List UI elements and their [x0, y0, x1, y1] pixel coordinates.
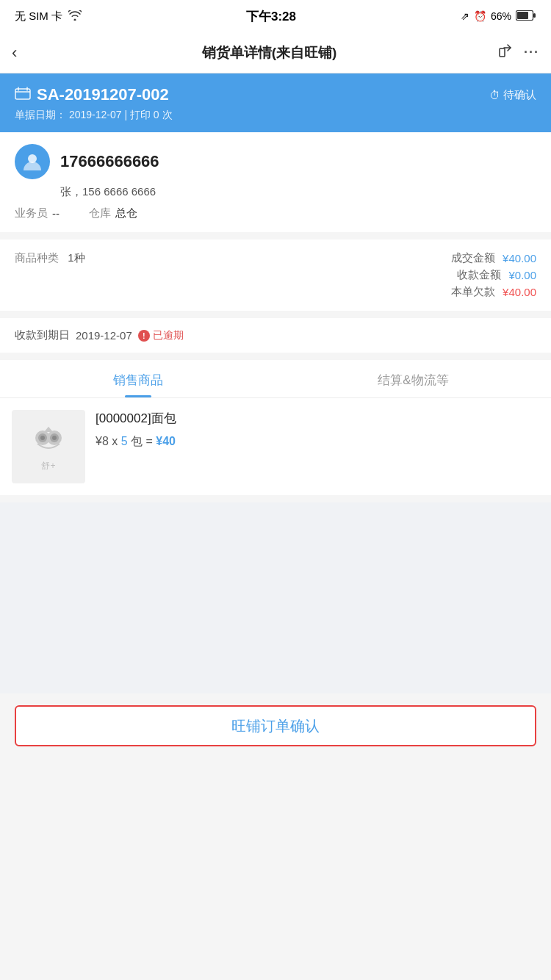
salesperson-label: 业务员 — [15, 206, 48, 220]
clock-icon: ⏱ — [489, 89, 500, 101]
customer-section: 17666666666 张，156 6666 6666 业务员 -- 仓库 总仓 — [0, 132, 551, 232]
status-bar: 无 SIM 卡 下午3:28 ⇗ ⏰ 66% — [0, 0, 551, 32]
owed-label: 本单欠款 — [451, 285, 495, 299]
summary-section: 商品种类 1种 成交金额 ¥40.00 收款金额 ¥0.00 本单欠款 ¥40.… — [0, 239, 551, 311]
customer-name: 张，156 6666 6666 — [15, 185, 536, 199]
svg-point-10 — [40, 436, 45, 440]
product-thumbnail: 舒+ — [12, 410, 85, 483]
svg-rect-4 — [15, 89, 30, 99]
salesperson-value: -- — [52, 207, 60, 220]
warehouse-label: 仓库 — [89, 206, 111, 220]
tab-settlement[interactable]: 结算&物流等 — [276, 360, 551, 397]
received-label: 收款金额 — [457, 268, 501, 282]
summary-right: 成交金额 ¥40.00 收款金额 ¥0.00 本单欠款 ¥40.00 — [451, 251, 536, 299]
avatar — [15, 144, 50, 179]
due-date-value: 2019-12-07 — [76, 329, 132, 342]
bottom-bar: 旺铺订单确认 — [0, 693, 551, 768]
svg-rect-2 — [533, 13, 536, 18]
due-date-label: 收款到期日 — [15, 328, 70, 342]
deal-amount-label: 成交金额 — [451, 251, 495, 265]
status-left: 无 SIM 卡 — [15, 10, 82, 24]
page-title: 销货单详情(来自旺铺) — [202, 43, 337, 62]
status-right: ⇗ ⏰ 66% — [461, 10, 536, 23]
tab-bar: 销售商品 结算&物流等 — [0, 360, 551, 398]
warehouse-info: 仓库 总仓 — [89, 206, 137, 220]
overdue-text: 已逾期 — [153, 329, 184, 342]
order-date: 单据日期： 2019-12-07 | 打印 0 次 — [15, 109, 536, 122]
battery-percent: 66% — [491, 10, 511, 22]
order-status: ⏱ 待确认 — [489, 88, 536, 102]
battery-icon — [516, 10, 536, 23]
svg-rect-1 — [517, 12, 528, 19]
owed-amount-row: 本单欠款 ¥40.00 — [451, 285, 536, 299]
customer-phone: 17666666666 — [60, 152, 159, 171]
deal-amount-row: 成交金额 ¥40.00 — [451, 251, 536, 265]
product-item: 舒+ [0000002]面包 ¥8 x 5 包 = ¥40 — [0, 398, 551, 495]
order-icon — [15, 85, 31, 104]
order-id: SA-20191207-002 — [15, 85, 169, 104]
deal-amount-value: ¥40.00 — [503, 252, 536, 264]
svg-rect-3 — [500, 48, 505, 57]
nav-bar: ‹ 销货单详情(来自旺铺) ··· — [0, 32, 551, 73]
overdue-badge: ! 已逾期 — [138, 329, 184, 342]
share-icon[interactable] — [497, 43, 514, 62]
product-details: [0000002]面包 ¥8 x 5 包 = ¥40 — [96, 410, 539, 450]
more-icon[interactable]: ··· — [524, 45, 539, 60]
summary-left: 商品种类 1种 — [15, 251, 85, 265]
order-header-card: SA-20191207-002 ⏱ 待确认 单据日期： 2019-12-07 |… — [0, 73, 551, 132]
warehouse-value: 总仓 — [115, 206, 137, 220]
status-time: 下午3:28 — [246, 8, 296, 25]
back-button[interactable]: ‹ — [12, 43, 41, 62]
product-type-info: 商品种类 1种 — [15, 251, 85, 265]
owed-amount-value: ¥40.00 — [503, 286, 536, 298]
alarm-icon: ⏰ — [474, 10, 486, 22]
received-amount-row: 收款金额 ¥0.00 — [457, 268, 536, 282]
product-price: ¥8 x 5 包 = ¥40 — [96, 434, 539, 450]
product-name: [0000002]面包 — [96, 410, 539, 427]
wifi-icon — [68, 10, 82, 23]
carrier-text: 无 SIM 卡 — [15, 10, 62, 24]
customer-meta: 业务员 -- 仓库 总仓 — [15, 206, 536, 220]
received-amount-value: ¥0.00 — [508, 269, 536, 281]
product-type-label: 商品种类 — [15, 251, 59, 264]
empty-content-area — [0, 502, 551, 693]
svg-point-11 — [52, 436, 57, 440]
confirm-order-button[interactable]: 旺铺订单确认 — [15, 705, 536, 746]
location-icon: ⇗ — [461, 10, 469, 22]
due-date-section: 收款到期日 2019-12-07 ! 已逾期 — [0, 318, 551, 353]
tab-products[interactable]: 销售商品 — [0, 360, 276, 397]
overdue-dot-icon: ! — [138, 330, 150, 342]
nav-right-actions: ··· — [497, 43, 539, 62]
product-type-value: 1种 — [68, 251, 84, 264]
salesperson-info: 业务员 -- — [15, 206, 60, 220]
